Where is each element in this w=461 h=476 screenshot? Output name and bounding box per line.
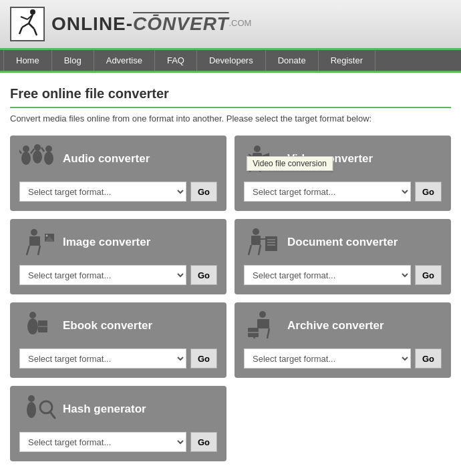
nav-advertise[interactable]: Advertise — [94, 50, 155, 71]
document-converter-title: Document converter — [287, 236, 398, 249]
svg-line-16 — [41, 148, 44, 152]
image-format-select[interactable]: Select target format... — [19, 265, 186, 285]
nav-register[interactable]: Register — [319, 50, 375, 71]
hash-format-select[interactable]: Select target format... — [19, 432, 186, 452]
hash-go-button[interactable]: Go — [190, 432, 217, 452]
svg-point-8 — [23, 146, 29, 152]
video-controls: Select target format... Go — [244, 182, 442, 202]
svg-point-30 — [253, 228, 259, 235]
svg-rect-44 — [257, 319, 269, 328]
video-converter-card: Video converter Video file conversion Se… — [235, 136, 451, 211]
svg-line-46 — [267, 328, 269, 338]
page-description: Convert media files online from one form… — [10, 113, 451, 124]
image-converter-card: Image converter Select target format... … — [10, 219, 226, 294]
document-format-select[interactable]: Select target format... — [244, 265, 411, 285]
svg-line-14 — [19, 149, 21, 154]
logo-box — [10, 7, 45, 41]
hash-converter-card: Hash generator Select target format... G… — [10, 386, 226, 461]
audio-card-header: Audio converter — [19, 144, 217, 174]
converter-grid: Audio converter Select target format... … — [10, 136, 451, 461]
document-controls: Select target format... Go — [244, 265, 442, 285]
nav-home[interactable]: Home — [3, 50, 52, 71]
nav-blog[interactable]: Blog — [52, 50, 94, 71]
svg-point-40 — [27, 318, 38, 334]
document-icon — [244, 227, 281, 257]
svg-line-7 — [34, 29, 37, 35]
video-format-select[interactable]: Select target format... — [244, 182, 411, 202]
svg-point-39 — [29, 312, 36, 318]
archive-converter-card: Archive converter Select target format..… — [235, 302, 451, 378]
archive-controls: Select target format... Go — [244, 348, 442, 369]
ebook-card-header: Ebook converter — [19, 310, 217, 340]
image-icon — [19, 227, 56, 257]
image-go-button[interactable]: Go — [190, 265, 217, 285]
ebook-format-select[interactable]: Select target format... — [19, 348, 186, 369]
svg-line-56 — [47, 403, 47, 409]
audio-converter-title: Audio converter — [63, 152, 150, 166]
svg-point-23 — [31, 229, 37, 236]
logo-figure-icon — [14, 9, 41, 39]
document-go-button[interactable]: Go — [415, 265, 442, 285]
document-card-header: Document converter — [244, 227, 442, 257]
svg-line-2 — [22, 23, 29, 27]
ebook-go-button[interactable]: Go — [190, 348, 217, 369]
video-go-button[interactable]: Go — [415, 182, 442, 202]
svg-point-12 — [45, 146, 52, 152]
video-tooltip: Video file conversion — [247, 156, 333, 171]
logo-text: ONLINE-CŌNVERT.COM — [51, 13, 251, 35]
svg-line-6 — [19, 27, 22, 34]
hash-converter-title: Hash generator — [63, 403, 146, 416]
page-title: Free online file converter — [10, 86, 451, 108]
image-controls: Select target format... Go — [19, 265, 217, 285]
main-content: Free online file converter Convert media… — [0, 73, 461, 475]
ebook-converter-title: Ebook converter — [63, 319, 152, 332]
svg-point-17 — [254, 146, 261, 152]
svg-point-11 — [33, 150, 42, 164]
svg-point-43 — [259, 311, 266, 318]
svg-line-15 — [31, 149, 34, 154]
svg-point-13 — [44, 152, 53, 165]
svg-point-10 — [34, 144, 41, 151]
svg-point-50 — [27, 402, 36, 418]
svg-line-55 — [44, 403, 45, 409]
svg-rect-31 — [251, 236, 261, 245]
archive-go-button[interactable]: Go — [415, 348, 442, 369]
audio-format-select[interactable]: Select target format... — [19, 182, 186, 202]
svg-point-0 — [30, 9, 35, 15]
audio-icon — [19, 144, 56, 174]
hash-icon — [19, 394, 56, 424]
svg-rect-24 — [29, 236, 40, 246]
archive-icon — [244, 310, 281, 340]
image-card-header: Image converter — [19, 227, 217, 257]
svg-rect-35 — [265, 236, 277, 251]
svg-point-9 — [21, 152, 31, 165]
nav-donate[interactable]: Donate — [266, 50, 319, 71]
audio-controls: Select target format... Go — [19, 182, 217, 202]
svg-point-29 — [46, 235, 48, 237]
svg-line-3 — [29, 23, 34, 29]
hash-card-header: Hash generator — [19, 394, 217, 424]
svg-line-33 — [259, 245, 261, 255]
svg-line-52 — [50, 412, 55, 418]
ebook-icon — [19, 310, 56, 340]
ebook-controls: Select target format... Go — [19, 348, 217, 369]
hash-controls: Select target format... Go — [19, 432, 217, 452]
svg-line-5 — [21, 17, 27, 19]
image-converter-title: Image converter — [63, 236, 150, 249]
archive-card-header: Archive converter — [244, 310, 442, 340]
svg-point-49 — [28, 395, 35, 402]
header: ONLINE-CŌNVERT.COM — [0, 0, 461, 50]
svg-line-32 — [249, 245, 251, 255]
audio-converter-card: Audio converter Select target format... … — [10, 136, 226, 211]
archive-converter-title: Archive converter — [287, 319, 384, 332]
document-converter-card: Document converter Select target format.… — [235, 219, 451, 294]
svg-line-26 — [38, 246, 40, 255]
nav-developers[interactable]: Developers — [197, 50, 266, 71]
main-nav: Home Blog Advertise FAQ Developers Donat… — [0, 50, 461, 71]
nav-faq[interactable]: FAQ — [155, 50, 197, 71]
audio-go-button[interactable]: Go — [190, 182, 217, 202]
svg-line-25 — [27, 246, 29, 255]
archive-format-select[interactable]: Select target format... — [244, 348, 411, 369]
ebook-converter-card: Ebook converter Select target format... … — [10, 302, 226, 378]
